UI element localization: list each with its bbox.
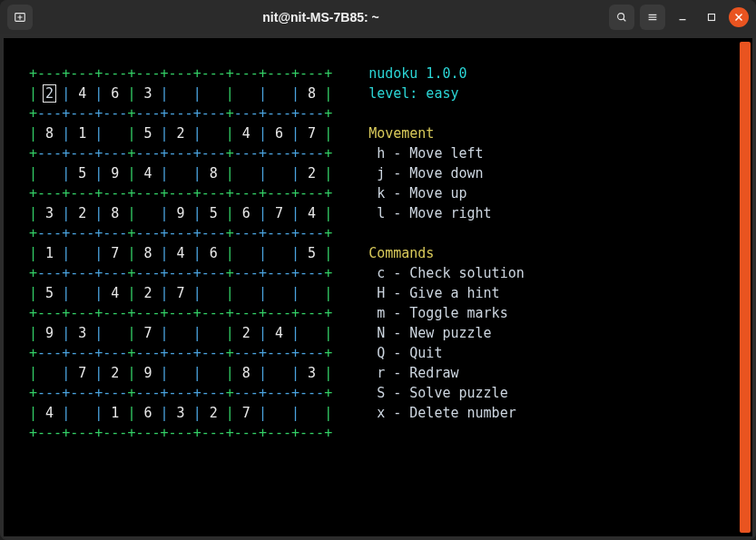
close-button[interactable]: [729, 7, 749, 27]
svg-point-3: [618, 14, 624, 20]
hamburger-icon: [646, 11, 659, 24]
new-tab-button[interactable]: [7, 5, 33, 30]
movement-heading: Movement: [368, 125, 434, 142]
search-icon: [615, 11, 628, 24]
new-tab-icon: [14, 11, 26, 24]
svg-line-4: [623, 19, 626, 22]
maximize-button[interactable]: [700, 5, 723, 29]
search-button[interactable]: [609, 5, 634, 30]
help-panel: nudoku 1.0.0 level: easy Movement h - Mo…: [368, 64, 525, 527]
titlebar: nit@nit-MS-7B85: ~: [0, 0, 756, 34]
terminal-viewport[interactable]: +---+---+---+---+---+---+---+---+---+ | …: [4, 38, 752, 536]
minimize-icon: [676, 11, 689, 24]
content-frame: +---+---+---+---+---+---+---+---+---+ | …: [0, 34, 756, 540]
maximize-icon: [705, 11, 718, 24]
sudoku-board: +---+---+---+---+---+---+---+---+---+ | …: [29, 64, 332, 527]
svg-rect-9: [709, 15, 715, 21]
minimize-button[interactable]: [671, 5, 694, 29]
commands-heading: Commands: [368, 245, 434, 261]
close-icon: [732, 11, 745, 24]
window-title: nit@nit-MS-7B85: ~: [33, 10, 609, 25]
app-name-version: nudoku 1.0.0: [368, 65, 466, 82]
menu-button[interactable]: [640, 5, 665, 30]
level-label: level: easy: [368, 85, 458, 102]
terminal-window: nit@nit-MS-7B85: ~ +---+---+---+---+---+…: [0, 0, 756, 540]
scrollbar[interactable]: [740, 42, 751, 533]
